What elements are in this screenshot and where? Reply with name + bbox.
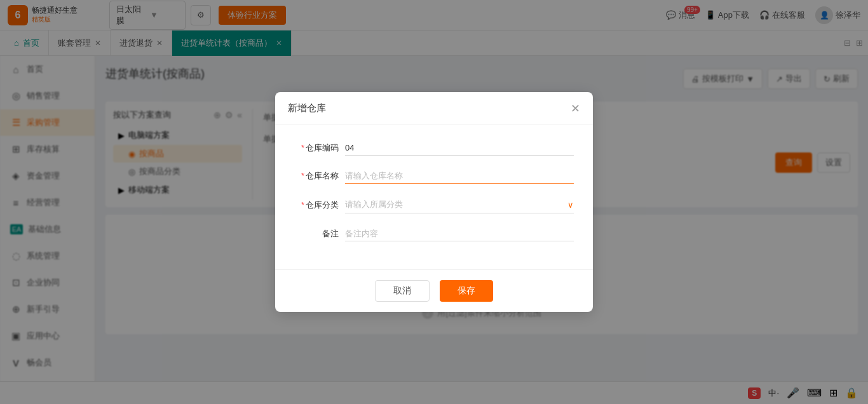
category-dropdown-icon: ∨ (567, 200, 574, 210)
note-input[interactable] (345, 226, 574, 241)
form-row-name: 仓库名称 (294, 168, 574, 184)
modal-footer: 取消 保存 (275, 269, 593, 312)
modal-header: 新增仓库 ✕ (275, 92, 593, 125)
form-row-category: 仓库分类 请输入所属分类 ∨ (294, 196, 574, 213)
modal-title: 新增仓库 (288, 102, 326, 114)
form-row-code: 仓库编码 (294, 140, 574, 156)
save-button[interactable]: 保存 (440, 280, 493, 302)
name-input[interactable] (345, 168, 574, 184)
code-input[interactable] (345, 140, 574, 156)
modal-body: 仓库编码 仓库名称 仓库分类 请输入所属分类 ∨ 备注 (275, 125, 593, 269)
modal-new-warehouse: 新增仓库 ✕ 仓库编码 仓库名称 仓库分类 请输入所属分类 ∨ (275, 92, 593, 312)
category-placeholder: 请输入所属分类 (345, 199, 567, 210)
modal-close-button[interactable]: ✕ (571, 103, 580, 114)
name-label: 仓库名称 (294, 170, 345, 182)
modal-overlay: 新增仓库 ✕ 仓库编码 仓库名称 仓库分类 请输入所属分类 ∨ (0, 0, 868, 404)
category-label: 仓库分类 (294, 199, 345, 211)
note-label: 备注 (294, 228, 345, 239)
category-select[interactable]: 请输入所属分类 ∨ (345, 196, 574, 213)
cancel-button[interactable]: 取消 (375, 280, 430, 302)
code-label: 仓库编码 (294, 142, 345, 154)
form-row-note: 备注 (294, 226, 574, 241)
